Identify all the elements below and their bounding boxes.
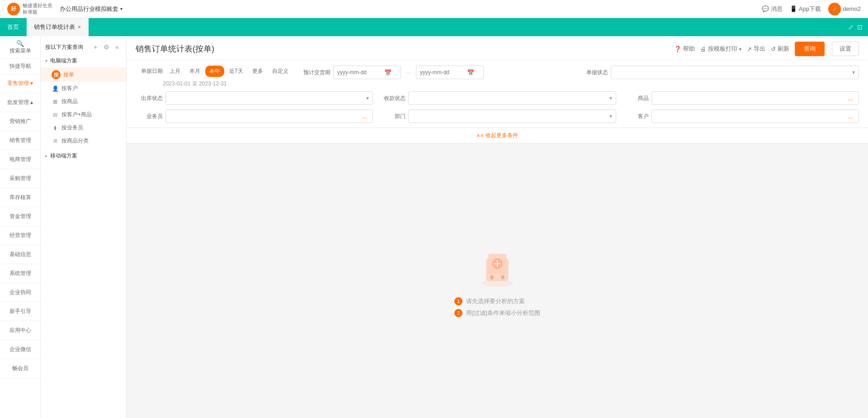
scheme-group-mobile-header[interactable]: ▸ 移动端方案 <box>41 149 126 162</box>
download-icon: 📱 <box>790 5 797 12</box>
empty-illustration <box>475 245 520 290</box>
search-button[interactable]: 查询 <box>795 42 825 56</box>
payment-chevron-icon: ▾ <box>609 95 612 101</box>
sidebar-item-system[interactable]: 系统管理 <box>0 264 40 283</box>
scheme-item-by-salesperson[interactable]: ▮ 按业务员 <box>41 121 126 134</box>
expand-icon: ⤢ <box>848 24 854 31</box>
date-btn-last7[interactable]: 近7天 <box>225 66 247 77</box>
salesperson-ellipsis-icon[interactable]: ... <box>360 113 369 120</box>
scheme-item-by-order[interactable]: 按 按单 <box>41 67 126 82</box>
svg-point-6 <box>490 275 494 280</box>
payment-status-filter: 收款状态 ▾ <box>378 91 616 105</box>
app-download-button[interactable]: 📱 App下载 <box>790 5 821 13</box>
bill-status-label: 单据状态 <box>581 69 608 76</box>
bar-icon: ▮ <box>52 124 59 132</box>
salesperson-select[interactable]: ... <box>165 109 373 123</box>
scheme-add-button[interactable]: + <box>91 43 100 52</box>
sidebar-item-retail[interactable]: 零售管理 ▾ <box>0 74 40 93</box>
expected-start-date[interactable]: 📅 <box>333 66 401 79</box>
message-icon: 💬 <box>762 5 769 12</box>
content-area: 按以下方案查询 + ⚙ « ▾ 电脑端方案 按 按单 👤 <box>41 36 868 418</box>
payment-status-select[interactable]: ▾ <box>408 91 616 105</box>
date-btn-last-month[interactable]: 上月 <box>165 66 184 77</box>
scheme-collapse-button[interactable]: « <box>113 43 122 52</box>
messages-button[interactable]: 💬 消息 <box>762 5 783 13</box>
goods-label: 商品 <box>622 95 649 102</box>
scheme-item-by-customer-goods[interactable]: ▤ 按客户+商品 <box>41 108 126 121</box>
header-actions: ❓ 帮助 🖨 按模板打印 ▾ ↗ 导出 ↺ 刷新 <box>674 42 859 56</box>
sidebar-item-ecommerce[interactable]: 电商管理 <box>0 150 40 169</box>
scheme-item-by-goods[interactable]: ▦ 按商品 <box>41 95 126 108</box>
bill-status-chevron-icon: ▾ <box>852 69 855 76</box>
expected-end-input[interactable] <box>420 69 465 76</box>
calendar-icon-end: 📅 <box>467 69 474 76</box>
tab-close-icon[interactable]: × <box>78 24 81 30</box>
sidebar-item-wechat[interactable]: 企业微信 <box>0 340 40 359</box>
bill-status-select[interactable]: ▾ <box>611 66 859 79</box>
date-label: 单据日期 <box>136 67 163 75</box>
sidebar-item-wholesale[interactable]: 批发管理 ▴ <box>0 93 40 112</box>
goods-ellipsis-icon[interactable]: ... <box>846 95 855 102</box>
sidebar-item-newguide[interactable]: 新手引导 <box>0 302 40 321</box>
refresh-button[interactable]: ↺ 刷新 <box>771 45 789 53</box>
delivery-status-select[interactable]: ▾ <box>165 91 373 105</box>
tab-sales-order-stats[interactable]: 销售订单统计表 × <box>27 18 89 36</box>
date-range-display: 2023-01-01 至 2023-12-31 <box>127 79 868 91</box>
group-icon: 👤 <box>52 85 59 92</box>
goods-select[interactable]: ... <box>651 91 859 105</box>
date-buttons: 上月 本月 本年 近7天 更多 自定义 <box>165 66 292 77</box>
print-button[interactable]: 🖨 按模板打印 ▾ <box>700 45 741 53</box>
tab-home[interactable]: 首页 <box>0 18 27 36</box>
department-filter: 部门 ▾ <box>378 109 616 123</box>
date-separator: — <box>406 69 411 76</box>
export-button[interactable]: ↗ 导出 <box>747 45 765 53</box>
sidebar-item-enterprise[interactable]: 企业协同 <box>0 283 40 302</box>
scheme-group-pc-header[interactable]: ▾ 电脑端方案 <box>41 54 126 67</box>
scheme-group-mobile: ▸ 移动端方案 <box>41 149 126 162</box>
date-btn-more[interactable]: 更多 <box>248 66 267 77</box>
date-btn-custom[interactable]: 自定义 <box>268 66 292 77</box>
tab-expand-button[interactable]: ⤢ ⊡ <box>843 24 868 31</box>
scheme-item-by-goods-category[interactable]: ⊞ 按商品分类 <box>41 134 126 147</box>
table2-icon: ▤ <box>52 111 59 119</box>
department-select[interactable]: ▾ <box>408 109 616 123</box>
tip-number-1: 1 <box>454 297 462 305</box>
customer-ellipsis-icon[interactable]: ... <box>846 113 855 120</box>
sidebar-item-operations[interactable]: 经营管理 <box>0 226 40 245</box>
sidebar-item-purchase[interactable]: 采购管理 <box>0 169 40 188</box>
sidebar-item-appcenter[interactable]: 应用中心 <box>0 321 40 340</box>
expected-end-date[interactable]: 📅 <box>416 66 484 79</box>
date-filter: 单据日期 上月 本月 本年 近7天 更多 自定义 <box>136 66 292 77</box>
sidebar-item-quicknav[interactable]: 快捷导航 <box>0 59 40 74</box>
delivery-chevron-icon: ▾ <box>366 95 369 101</box>
collapse-filters-button[interactable]: ∧∧ 收起更多条件 <box>127 128 868 143</box>
scheme-item-by-customer[interactable]: 👤 按客户 <box>41 82 126 95</box>
date-btn-this-month[interactable]: 本月 <box>185 66 204 77</box>
print-chevron-icon: ▾ <box>739 47 741 52</box>
scheme-settings-button[interactable]: ⚙ <box>102 43 111 52</box>
group-chevron-icon: ▾ <box>45 58 47 63</box>
goods-filter: 商品 ... <box>622 91 859 105</box>
sidebar-item-search[interactable]: 🔍 搜索菜单 <box>0 36 40 59</box>
page-title: 销售订单统计表(按单) <box>136 43 214 54</box>
settings-button[interactable]: 设置 <box>832 42 859 56</box>
logo-area: 好 畅捷通好生意 标准版 <box>7 3 52 15</box>
filter-row-2: 出库状态 ▾ 收款状态 ▾ 商品 <box>127 91 868 109</box>
sidebar-item-basic[interactable]: 基础信息 <box>0 245 40 264</box>
user-profile[interactable]: ⤢ demo2 <box>828 3 861 15</box>
help-button[interactable]: ❓ 帮助 <box>674 45 695 53</box>
top-bar: 好 畅捷通好生意 标准版 办公用品行业模拟账套 ▾ 💬 消息 📱 App下载 ⤢… <box>0 0 868 18</box>
sidebar-item-finance[interactable]: 资金管理 <box>0 207 40 226</box>
expected-start-input[interactable] <box>337 69 382 76</box>
customer-select[interactable]: ... <box>651 109 859 123</box>
sidebar-item-sales[interactable]: 销售管理 <box>0 131 40 150</box>
delivery-status-label: 出库状态 <box>136 95 163 102</box>
workspace-selector[interactable]: 办公用品行业模拟账套 ▾ <box>56 3 126 15</box>
workspace-chevron-icon: ▾ <box>120 6 123 11</box>
sidebar-item-inventory[interactable]: 库存核算 <box>0 188 40 207</box>
date-btn-this-year[interactable]: 本年 <box>205 66 224 77</box>
sidebar-item-member[interactable]: 畅会员 <box>0 359 40 378</box>
payment-status-label: 收款状态 <box>378 95 406 102</box>
bill-status-filter: 单据状态 ▾ <box>581 66 859 79</box>
sidebar-item-marketing[interactable]: 营销推广 <box>0 112 40 131</box>
